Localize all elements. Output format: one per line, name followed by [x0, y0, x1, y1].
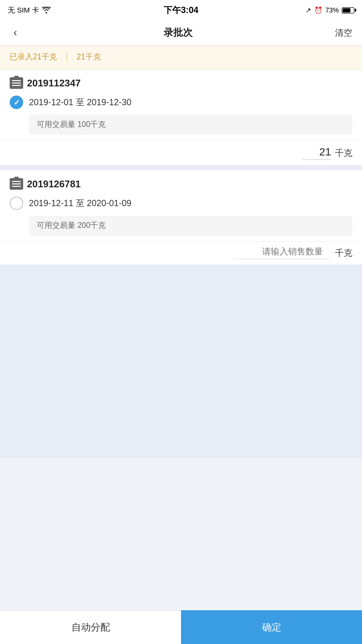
location-icon: ↗ [306, 6, 311, 14]
back-button[interactable]: ‹ [10, 23, 21, 43]
battery-fill [343, 8, 350, 13]
recorded-label: 已录入21千克 [10, 52, 57, 62]
batch2-available: 可用交易量 200千克 [29, 216, 352, 236]
nav-bar: ‹ 录批次 清空 [0, 20, 362, 45]
batch2-id: 2019126781 [27, 179, 81, 190]
batch-card-1: 2019112347 2019-12-01 至 2019-12-30 可用交易量… [0, 70, 362, 165]
status-time: 下午3:04 [164, 4, 198, 16]
batch2-date: 2019-12-11 至 2020-01-09 [29, 197, 131, 209]
banner-divider [67, 53, 67, 62]
batch1-id: 2019112347 [27, 78, 81, 89]
batch1-icon-lines [12, 83, 21, 84]
batch2-radio[interactable] [10, 196, 23, 210]
batch1-date: 2019-12-01 至 2019-12-30 [29, 97, 131, 108]
batch1-icon [10, 77, 23, 89]
batch1-radio[interactable] [10, 96, 23, 109]
batch1-amount: 21 [302, 146, 331, 160]
batch1-available: 可用交易量 100千克 [29, 115, 352, 135]
batch2-select-row[interactable]: 2019-12-11 至 2020-01-09 [0, 194, 362, 213]
auto-distribute-button[interactable]: 自动分配 [0, 610, 181, 644]
battery-text: 73% [325, 6, 339, 14]
batch2-icon [10, 178, 23, 190]
status-left: 无 SIM 卡 [8, 6, 51, 15]
info-banner: 已录入21千克 21千克 [0, 45, 362, 70]
batch1-unit: 千克 [335, 147, 352, 159]
batch1-select-row[interactable]: 2019-12-01 至 2019-12-30 [0, 93, 362, 112]
no-sim-text: 无 SIM 卡 [8, 6, 39, 15]
batch2-header: 2019126781 [0, 170, 362, 194]
clear-button[interactable]: 清空 [335, 27, 352, 39]
batch-card-2: 2019126781 2019-12-11 至 2020-01-09 可用交易量… [0, 170, 362, 264]
battery-icon [342, 7, 354, 14]
batch1-header: 2019112347 [0, 70, 362, 93]
bottom-bar: 自动分配 确定 [0, 610, 362, 644]
batch1-amount-row: 21 千克 [0, 140, 362, 165]
batch2-qty-input[interactable] [234, 247, 330, 259]
confirm-button[interactable]: 确定 [181, 610, 362, 644]
batch2-input-row: 千克 [0, 241, 362, 264]
batch2-icon-lines [12, 183, 21, 184]
empty-area [0, 265, 362, 458]
section-divider-1 [0, 166, 362, 170]
status-bar: 无 SIM 卡 下午3:04 ↗ ⏰ 73% [0, 0, 362, 20]
status-right: ↗ ⏰ 73% [306, 6, 354, 14]
page-title: 录批次 [164, 26, 193, 39]
total-label: 21千克 [77, 52, 101, 62]
wifi-icon [42, 7, 51, 14]
alarm-icon: ⏰ [314, 6, 322, 14]
batch2-unit: 千克 [335, 247, 352, 259]
